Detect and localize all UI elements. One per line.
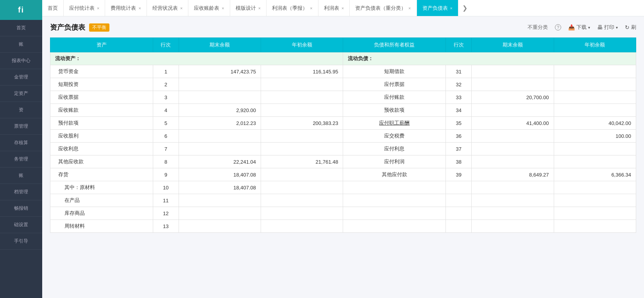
liability-name[interactable]: 应付利息 <box>343 143 446 155</box>
asset-name[interactable]: 短期投资 <box>50 78 153 91</box>
tab-more-button[interactable]: ❯ <box>458 4 471 12</box>
asset-end-balance[interactable] <box>179 143 261 155</box>
liability-end-balance[interactable] <box>472 181 554 194</box>
liability-name[interactable]: 应付职工薪酬 <box>343 117 446 130</box>
tab-profit-quarterly[interactable]: 利润表（季报） × <box>267 0 318 16</box>
tab-operation-status-close[interactable]: × <box>180 6 182 11</box>
tab-expense-stats-close[interactable]: × <box>138 6 141 11</box>
liability-begin-balance[interactable] <box>554 155 636 168</box>
sidebar-item-fixed-assets[interactable]: 定资产 <box>0 86 42 102</box>
liability-end-balance[interactable] <box>472 143 554 155</box>
tab-balance[interactable]: 资产负债表 × <box>417 0 458 16</box>
liability-begin-balance[interactable] <box>554 207 636 220</box>
asset-begin-balance[interactable]: 21,761.48 <box>261 155 343 168</box>
liability-end-balance[interactable] <box>472 220 554 233</box>
asset-name[interactable]: 应收账款 <box>50 104 153 117</box>
asset-end-balance[interactable]: 18,407.08 <box>179 168 261 181</box>
asset-name[interactable]: 周转材料 <box>50 220 153 233</box>
tab-template-design-close[interactable]: × <box>258 6 261 11</box>
liability-end-balance[interactable]: 20,700.00 <box>472 91 554 104</box>
asset-end-balance[interactable]: 2,012.23 <box>179 117 261 130</box>
liability-begin-balance[interactable] <box>554 78 636 91</box>
asset-name[interactable]: 在产品 <box>50 194 153 207</box>
asset-name[interactable]: 库存商品 <box>50 207 153 220</box>
asset-name[interactable]: 应收票据 <box>50 91 153 104</box>
sidebar-item-guide[interactable]: 手引导 <box>0 233 42 250</box>
help-button[interactable]: ? <box>555 24 561 30</box>
asset-begin-balance[interactable] <box>261 194 343 207</box>
liability-end-balance[interactable]: 8,649.27 <box>472 168 554 181</box>
sidebar-item-home[interactable]: 首页 <box>0 20 42 36</box>
liability-end-balance[interactable] <box>472 194 554 207</box>
sidebar-item-tax-mgmt[interactable]: 务管理 <box>0 151 42 168</box>
tab-receivable-aging[interactable]: 应收账龄表 × <box>188 0 230 16</box>
tab-expense-stats[interactable]: 费用统计表 × <box>105 0 147 16</box>
tab-balance-reclassified[interactable]: 资产负债表（重分类） × <box>350 0 417 16</box>
liability-begin-balance[interactable] <box>554 104 636 117</box>
sidebar-item-cash-mgmt[interactable]: 金管理 <box>0 69 42 86</box>
liability-name[interactable] <box>343 207 446 220</box>
liability-end-balance[interactable] <box>472 155 554 168</box>
liability-name[interactable]: 其他应付款 <box>343 168 446 181</box>
liability-begin-balance[interactable] <box>554 220 636 233</box>
liability-name[interactable]: 应付账款 <box>343 91 446 104</box>
sidebar-item-investment[interactable]: 资 <box>0 102 42 118</box>
tab-profit-quarterly-close[interactable]: × <box>310 6 312 11</box>
liability-name[interactable] <box>343 194 446 207</box>
asset-end-balance[interactable] <box>179 220 261 233</box>
sidebar-item-report-center[interactable]: 报表中心 <box>0 53 42 69</box>
liability-begin-balance[interactable]: 6,366.34 <box>554 168 636 181</box>
asset-end-balance[interactable] <box>179 207 261 220</box>
asset-begin-balance[interactable] <box>261 130 343 143</box>
sidebar-item-expense[interactable]: 畅报销 <box>0 200 42 217</box>
liability-begin-balance[interactable]: 40,042.00 <box>554 117 636 130</box>
tab-balance-reclassified-close[interactable]: × <box>408 6 411 11</box>
liability-name[interactable]: 应付利润 <box>343 155 446 168</box>
asset-begin-balance[interactable]: 116,145.95 <box>261 65 343 78</box>
asset-begin-balance[interactable] <box>261 168 343 181</box>
sidebar-item-archive[interactable]: 档管理 <box>0 184 42 200</box>
liability-name[interactable]: 应付票据 <box>343 78 446 91</box>
download-button[interactable]: 📥 下载 ▾ <box>568 24 590 31</box>
asset-end-balance[interactable] <box>179 91 261 104</box>
liability-begin-balance[interactable] <box>554 91 636 104</box>
asset-end-balance[interactable]: 18,407.08 <box>179 181 261 194</box>
asset-end-balance[interactable] <box>179 194 261 207</box>
asset-begin-balance[interactable] <box>261 78 343 91</box>
liability-name[interactable] <box>343 181 446 194</box>
asset-name[interactable]: 预付款项 <box>50 117 153 130</box>
liability-name[interactable]: 短期借款 <box>343 65 446 78</box>
liability-name[interactable]: 应交税费 <box>343 130 446 143</box>
sidebar-item-account2[interactable]: 账 <box>0 168 42 184</box>
asset-name[interactable]: 存货 <box>50 168 153 181</box>
liability-begin-balance[interactable] <box>554 143 636 155</box>
asset-end-balance[interactable] <box>179 78 261 91</box>
liability-name[interactable] <box>343 220 446 233</box>
sidebar-item-inventory[interactable]: 存核算 <box>0 135 42 151</box>
liability-begin-balance[interactable] <box>554 181 636 194</box>
liability-begin-balance[interactable] <box>554 194 636 207</box>
asset-begin-balance[interactable] <box>261 143 343 155</box>
asset-name[interactable]: 其他应收款 <box>50 155 153 168</box>
tab-payable-stats-close[interactable]: × <box>97 6 99 11</box>
liability-begin-balance[interactable]: 100.00 <box>554 130 636 143</box>
tab-operation-status[interactable]: 经营状况表 × <box>147 0 188 16</box>
refresh-button[interactable]: ↻ 刷 <box>625 24 636 31</box>
tab-balance-close[interactable]: × <box>450 6 453 11</box>
liability-begin-balance[interactable] <box>554 65 636 78</box>
asset-begin-balance[interactable] <box>261 104 343 117</box>
liability-end-balance[interactable] <box>472 104 554 117</box>
tab-home[interactable]: 首页 <box>42 0 64 16</box>
asset-end-balance[interactable]: 2,920.00 <box>179 104 261 117</box>
liability-end-balance[interactable] <box>472 207 554 220</box>
asset-name[interactable]: 其中：原材料 <box>50 181 153 194</box>
liability-end-balance[interactable] <box>472 78 554 91</box>
asset-begin-balance[interactable] <box>261 207 343 220</box>
asset-end-balance[interactable]: 147,423.75 <box>179 65 261 78</box>
liability-end-balance[interactable] <box>472 130 554 143</box>
liability-name[interactable]: 预收款项 <box>343 104 446 117</box>
tab-template-design[interactable]: 模版设计 × <box>230 0 267 16</box>
print-button[interactable]: 🖶 打印 ▾ <box>597 24 618 31</box>
asset-begin-balance[interactable] <box>261 220 343 233</box>
tab-profit-close[interactable]: × <box>342 6 344 11</box>
